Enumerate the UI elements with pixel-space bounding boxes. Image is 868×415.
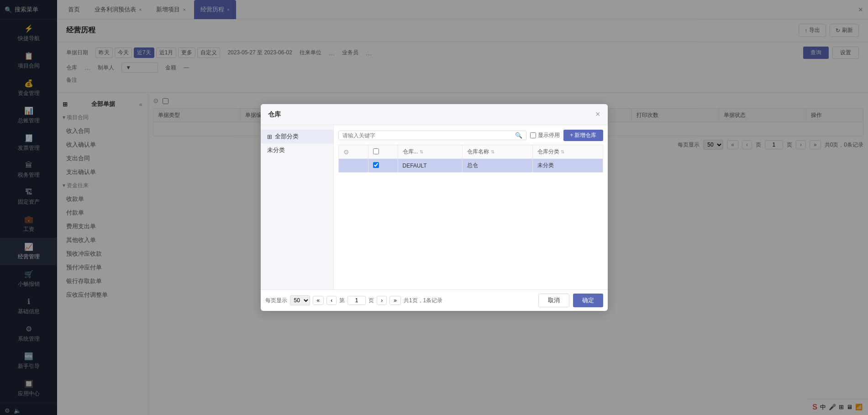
sort-icon-cat: ⇅: [561, 149, 564, 154]
show-disabled-checkbox[interactable]: 显示停用: [530, 131, 560, 139]
modal-table-gear-icon[interactable]: ⚙: [343, 148, 349, 156]
modal-total-label: 共1页，1条记录: [404, 297, 442, 305]
sort-icon-code: ⇅: [420, 149, 423, 154]
modal-body: ⊞ 全部分类 未分类 🔍 显示停用: [261, 125, 608, 289]
col-warehouse-category[interactable]: 仓库分类 ⇅: [532, 145, 603, 159]
modal-page-suffix: 页: [368, 297, 374, 305]
modal-footer: 每页显示 50 « ‹ 第 页 › » 共1页，1条记录 取消 确定: [261, 289, 608, 311]
modal-per-page-label: 每页显示: [265, 297, 287, 305]
col-settings: ⚙: [338, 145, 368, 159]
modal-close-button[interactable]: ×: [595, 110, 600, 119]
modal-search-icon: 🔍: [515, 132, 522, 139]
row-code: DEFAULT: [398, 159, 463, 173]
modal-left-uncat[interactable]: 未分类: [261, 143, 333, 157]
row-select-checkbox[interactable]: [373, 162, 379, 168]
modal-right-panel: 🔍 显示停用 + 新增仓库 ⚙: [334, 125, 608, 289]
modal-header: 仓库 ×: [261, 104, 608, 125]
modal-left-all-categories[interactable]: ⊞ 全部分类: [261, 130, 333, 143]
modal-last-page[interactable]: »: [389, 296, 401, 305]
modal-page-label: 第: [339, 297, 345, 305]
table-row[interactable]: DEFAULT 总仓 未分类: [338, 159, 603, 173]
row-category: 未分类: [532, 159, 603, 173]
modal-left-panel: ⊞ 全部分类 未分类: [261, 125, 334, 289]
row-checkbox[interactable]: [368, 159, 398, 173]
col-warehouse-code[interactable]: 仓库... ⇅: [398, 145, 463, 159]
confirm-button[interactable]: 确定: [573, 294, 603, 307]
show-disabled-input[interactable]: [530, 132, 536, 138]
modal-toolbar: 🔍 显示停用 + 新增仓库: [338, 130, 603, 141]
modal-warehouse-table: ⚙ 仓库... ⇅ 仓库名称 ⇅ 仓库分类 ⇅ DEFAULT 总仓: [338, 145, 603, 173]
modal-pagination: 每页显示 50 « ‹ 第 页 › » 共1页，1条记录: [265, 295, 443, 305]
grid-icon: ⊞: [267, 133, 272, 140]
show-disabled-label: 显示停用: [538, 131, 560, 139]
modal-prev-page[interactable]: ‹: [326, 296, 337, 305]
col-checkbox: [368, 145, 398, 159]
cancel-button[interactable]: 取消: [538, 294, 569, 307]
modal-per-page-select[interactable]: 50: [290, 295, 310, 305]
modal-search-input[interactable]: [342, 132, 516, 139]
sort-icon-name: ⇅: [491, 149, 494, 154]
modal-left-all-label: 全部分类: [275, 132, 299, 141]
modal-left-uncat-label: 未分类: [267, 146, 285, 154]
add-warehouse-button[interactable]: + 新增仓库: [563, 130, 603, 141]
modal-actions: 取消 确定: [538, 294, 603, 307]
modal-page-input[interactable]: [347, 296, 366, 305]
modal-select-all[interactable]: [373, 148, 379, 154]
modal-table-header: ⚙ 仓库... ⇅ 仓库名称 ⇅ 仓库分类 ⇅: [338, 145, 603, 159]
modal-search-box[interactable]: 🔍: [338, 131, 527, 140]
modal-overlay: 仓库 × ⊞ 全部分类 未分类 🔍: [0, 0, 868, 415]
col-warehouse-name[interactable]: 仓库名称 ⇅: [463, 145, 533, 159]
modal-first-page[interactable]: «: [313, 296, 324, 305]
modal-title: 仓库: [268, 110, 281, 119]
row-settings: [338, 159, 368, 173]
modal-next-page[interactable]: ›: [377, 296, 387, 305]
row-name: 总仓: [463, 159, 533, 173]
add-warehouse-label: + 新增仓库: [570, 131, 596, 139]
warehouse-modal: 仓库 × ⊞ 全部分类 未分类 🔍: [261, 104, 608, 311]
